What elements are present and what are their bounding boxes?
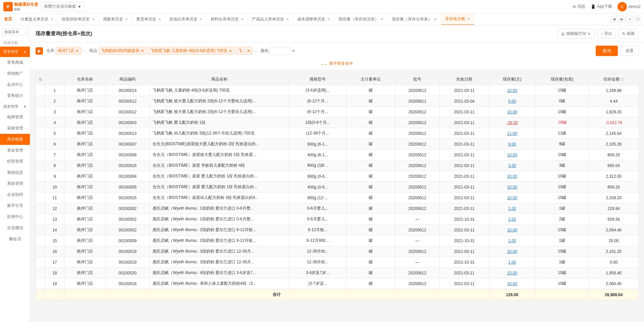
close-icon[interactable]: ✕ bbox=[125, 17, 128, 21]
filter-expand-arrow[interactable]: ▶ bbox=[36, 47, 43, 55]
product-tag-1[interactable]: 飞鹤奶粉3段丙罐提装 ✕ bbox=[99, 47, 147, 55]
row-stock-main[interactable]: 10.00 bbox=[489, 278, 535, 289]
content-area: 现存量查询(按仓库+批次) 🖨 按模板打印 ▼ ↑ 导出 ↻ 刷新 bbox=[30, 25, 644, 322]
row-stock-main[interactable]: 1.00 bbox=[489, 235, 535, 246]
close-icon[interactable]: ✕ bbox=[467, 17, 470, 21]
row-name: 惠氏启赋（Wyeth illuma）1段奶粉 爱尔兰进口 0-6月婴... bbox=[150, 214, 289, 225]
close-icon[interactable]: ✕ bbox=[247, 49, 250, 53]
row-stock-main[interactable]: 10.00 bbox=[489, 171, 535, 182]
tab-close-btn[interactable]: ✕ bbox=[627, 16, 633, 22]
close-icon[interactable]: ✕ bbox=[92, 17, 95, 21]
close-icon[interactable]: ✕ bbox=[327, 17, 330, 21]
row-stock-main[interactable]: 11.00 bbox=[489, 128, 535, 139]
close-icon[interactable]: ✕ bbox=[241, 17, 244, 21]
top-bar-right: ✉ 消息 📱 App下载 E demo2 bbox=[573, 2, 641, 11]
row-stock-main[interactable]: 10.00 bbox=[489, 182, 535, 193]
row-stock-main[interactable]: 2.00 bbox=[489, 214, 535, 225]
print-button[interactable]: 🖨 按模板打印 ▼ bbox=[557, 29, 594, 39]
sidebar-item-newguide[interactable]: 新手引导 bbox=[0, 200, 30, 211]
warehouse-tag[interactable]: 南岸门店 ✕ bbox=[56, 47, 81, 55]
close-icon[interactable]: ✕ bbox=[158, 17, 161, 21]
row-warehouse: 南岸门店 bbox=[64, 225, 105, 235]
row-batch: — bbox=[395, 235, 440, 246]
sidebar-item-retail-mall[interactable]: 零售商城 bbox=[0, 57, 30, 68]
row-stock-main[interactable]: 10.00 bbox=[489, 150, 535, 160]
sidebar-item-wholesale[interactable]: 批发管理 ▼ bbox=[0, 101, 30, 112]
product-tag-3[interactable]: 飞... ✕ bbox=[236, 47, 253, 55]
query-button[interactable]: 查询 bbox=[596, 46, 618, 56]
col-warehouse: 仓库名称 bbox=[64, 74, 105, 85]
tab-stock-dist[interactable]: 现存量（库存分布表） ✕ bbox=[388, 13, 441, 25]
row-stock-main[interactable]: 1.00 bbox=[489, 257, 535, 268]
sidebar-item-appcenter[interactable]: 应用中心 bbox=[0, 211, 30, 222]
col-settings[interactable]: ⚙ bbox=[36, 74, 45, 85]
row-stock-main[interactable]: 10.00 bbox=[489, 246, 535, 257]
info-icon[interactable]: ⓘ bbox=[621, 77, 624, 81]
account-selector[interactable]: 母婴行业演示账套 ▼ bbox=[41, 2, 85, 11]
app-download-btn[interactable]: 📱 App下载 bbox=[591, 4, 612, 9]
setting-button[interactable]: 设置 bbox=[621, 46, 639, 56]
tab-stock-batch[interactable]: 库存批次账 ✕ bbox=[441, 13, 474, 25]
sidebar-item-wechat[interactable]: 企业微信 bbox=[0, 222, 30, 233]
sidebar-item-ecommerce[interactable]: 电商管理 bbox=[0, 112, 30, 123]
tab-cost-adj[interactable]: 成本调整单历史 ✕ bbox=[293, 13, 334, 25]
table-row: 6 南岸门店 00100007 合生元(BIOSTIME)派星较大婴儿配方奶粉 … bbox=[36, 139, 639, 150]
tab-zuhe[interactable]: 组装拆卸单历史 ✕ bbox=[58, 13, 99, 25]
tab-product-in[interactable]: 产成品入库单历史 ✕ bbox=[248, 13, 293, 25]
close-icon[interactable]: ✕ bbox=[434, 17, 437, 21]
row-stock-main[interactable]: 0.00 bbox=[489, 96, 535, 107]
sidebar-item-ops[interactable]: 经营管理 bbox=[0, 156, 30, 167]
sidebar-item-member[interactable]: 会员中心 bbox=[0, 79, 30, 90]
sidebar-item-marketing[interactable]: 营销推广 bbox=[0, 68, 30, 79]
close-icon[interactable]: ✕ bbox=[381, 17, 383, 21]
sidebar-item-purchase[interactable]: 采购管理 bbox=[0, 123, 30, 134]
row-stock-main[interactable]: 10.00 bbox=[489, 85, 535, 96]
close-icon[interactable]: ✕ bbox=[286, 17, 289, 21]
export-button[interactable]: ↑ 导出 bbox=[597, 29, 616, 39]
search-input[interactable] bbox=[2, 28, 28, 36]
close-icon[interactable]: ✕ bbox=[200, 17, 202, 21]
close-icon[interactable]: ✕ bbox=[75, 49, 79, 53]
sidebar-item-enterprise[interactable]: 企业协同 bbox=[0, 189, 30, 200]
col-unit: 主计量单位 bbox=[346, 74, 395, 85]
tab-more-btn[interactable]: ⊡ bbox=[635, 16, 641, 22]
row-stock-main[interactable]: 10.00 bbox=[489, 268, 535, 278]
row-code: 00100012 bbox=[105, 96, 150, 107]
tab-home[interactable]: 首页 bbox=[0, 13, 16, 25]
sidebar-item-finance[interactable]: 资金管理 bbox=[0, 145, 30, 156]
sidebar-item-retail-mgmt[interactable]: 零售管理 ▼ bbox=[0, 47, 30, 57]
row-stock-main[interactable]: 9.00 bbox=[489, 139, 535, 150]
tab-diaob[interactable]: 调拨单历史 ✕ bbox=[99, 13, 132, 25]
table-row: 2 南岸门店 00100012 飞鹤星飞帆 较大婴儿配方奶粉 2段(6-12个月… bbox=[36, 96, 639, 107]
message-btn[interactable]: ✉ 消息 bbox=[573, 4, 585, 9]
tab-other-out[interactable]: 其他出库单历史 ✕ bbox=[165, 13, 207, 25]
user-avatar[interactable]: E demo2 bbox=[618, 2, 641, 11]
row-stock-main[interactable]: 10.00 bbox=[489, 107, 535, 117]
filter-more-dots2[interactable]: ··· bbox=[254, 49, 257, 53]
refresh-button[interactable]: ↻ 刷新 bbox=[619, 29, 639, 39]
row-stock-main[interactable]: -39.00 bbox=[489, 117, 535, 128]
sidebar-item-basic[interactable]: 基础信息 bbox=[0, 167, 30, 178]
tab-fenpan[interactable]: 分量盘点单历史 ✕ bbox=[16, 13, 58, 25]
tab-prev-btn[interactable]: ◀ bbox=[610, 16, 617, 22]
row-stock-main[interactable]: 1.00 bbox=[489, 203, 535, 214]
sidebar-item-system[interactable]: 系统管理 bbox=[0, 178, 30, 189]
filter-more-dots[interactable]: ··· bbox=[83, 49, 86, 53]
close-icon[interactable]: ✕ bbox=[51, 17, 53, 21]
tab-next-btn[interactable]: ▶ bbox=[619, 16, 625, 22]
sidebar-item-member2[interactable]: 畅会员 bbox=[0, 233, 30, 245]
sidebar-item-inventory[interactable]: 库存核算 bbox=[0, 134, 30, 145]
sidebar-item-retail-stat[interactable]: 零售统计 bbox=[0, 90, 30, 101]
row-stock-main[interactable]: 10.00 bbox=[489, 225, 535, 235]
tab-stock-status[interactable]: 现存量（库存状况表） ✕ bbox=[334, 13, 388, 25]
row-stock-pkg: 10罐 bbox=[535, 278, 589, 289]
row-unit: 罐 bbox=[346, 246, 395, 257]
row-stock-main[interactable]: 10.00 bbox=[489, 193, 535, 203]
tab-material[interactable]: 材料出库单历史 ✕ bbox=[207, 13, 248, 25]
product-tag-2[interactable]: 飞鹤星飞帆 儿童奶粉 4段(3-6岁适用) 700克 ✕ bbox=[148, 47, 234, 55]
tab-yaoh[interactable]: 要货单历史 ✕ bbox=[132, 13, 165, 25]
row-stock-main[interactable]: 3.00 bbox=[489, 160, 535, 171]
close-icon[interactable]: ✕ bbox=[229, 49, 232, 53]
expand-more-btn[interactable]: ⌄⌄ 展开更多条件 bbox=[321, 61, 353, 66]
close-icon[interactable]: ✕ bbox=[141, 49, 144, 53]
